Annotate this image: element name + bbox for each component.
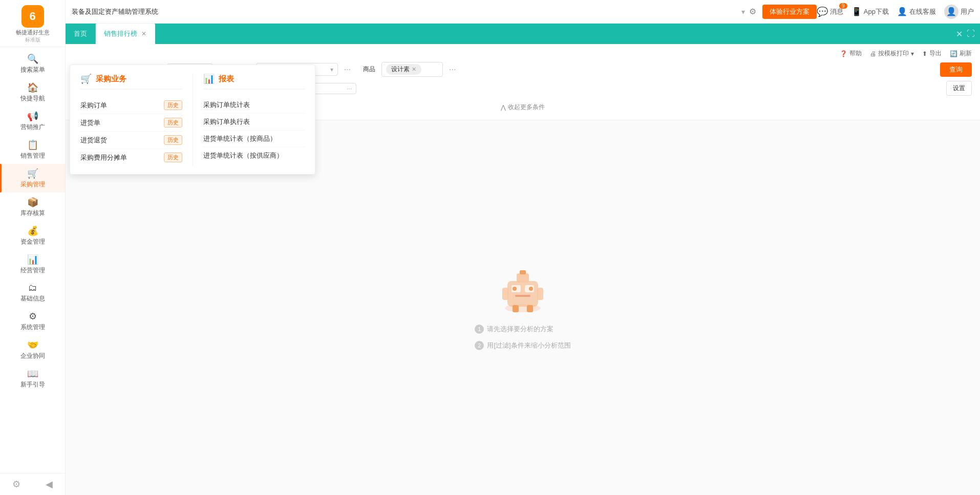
dropdown-item-label-purchase-expense: 采购费用分摊单 (80, 153, 127, 162)
dropdown-item-label-goods-receipt: 进货单 (80, 118, 100, 127)
sidebar-item-finance[interactable]: 💰 资金管理 (0, 221, 65, 250)
tab-home[interactable]: 首页 (66, 24, 96, 44)
dropdown-report-col: 📊 报表 采购订单统计表 采购订单执行表 进货单统计表（按商品） 进货单统计表（… (193, 73, 315, 166)
tab-maximize-btn[interactable]: ⛶ (967, 29, 975, 38)
dropdown-item-purchase-expense[interactable]: 采购费用分摊单 历史 (80, 149, 182, 166)
dropdown-item-label-receipt-goods: 进货单统计表（按商品） (203, 134, 276, 143)
system-icon: ⚙ (29, 311, 37, 322)
sidebar-label-finance: 资金管理 (20, 238, 45, 246)
purchase-header-icon: 🛒 (80, 73, 92, 84)
sidebar-label-search: 搜索菜单 (20, 66, 45, 74)
phone-icon: 📱 (851, 7, 862, 16)
message-group[interactable]: 💬 9 消息 (817, 6, 843, 17)
sidebar-collapse-btn[interactable]: ◀ (46, 479, 53, 490)
sidebar-item-system[interactable]: ⚙ 系统管理 (0, 307, 65, 335)
dropdown-item-receipt-supplier[interactable]: 进货单统计表（按供应商） (203, 147, 305, 164)
refresh-btn[interactable]: 🔄 刷新 (950, 49, 972, 58)
dropdown-item-goods-receipt[interactable]: 进货单 历史 (80, 114, 182, 132)
topbar-icons: 💬 9 消息 📱 App下载 👤 在线客服 👤 用户 (817, 5, 974, 19)
tab-close-icon[interactable]: ✕ (141, 30, 146, 37)
refresh-icon: 🔄 (950, 50, 957, 57)
dropdown-item-receipt-goods[interactable]: 进货单统计表（按商品） (203, 131, 305, 147)
app-download-group[interactable]: 📱 App下载 (851, 7, 889, 16)
tabbar: 首页 销售排行榜 ✕ ✕ ⛶ (66, 24, 980, 44)
user-label: 用户 (961, 7, 974, 16)
topbar: 装备及固定资产辅助管理系统 ▾ ⚙ 体验行业方案 💬 9 消息 📱 App下载 … (66, 0, 980, 24)
history-badge-3: 历史 (164, 153, 182, 162)
sidebar-bottom: ⚙ ◀ (0, 473, 65, 495)
sidebar-item-purchase[interactable]: 🛒 采购管理 (0, 164, 65, 192)
sidebar-item-inventory[interactable]: 📦 库存核算 (0, 192, 65, 221)
toolbar-row: ❓ 帮助 🖨 按模板打印 ▾ ⬆ 导出 🔄 刷新 (74, 49, 972, 58)
print-dropdown-icon[interactable]: ▾ (911, 50, 914, 57)
sidebar-item-operations[interactable]: 📊 经营管理 (0, 250, 65, 278)
sidebar-settings-btn[interactable]: ⚙ (12, 479, 20, 490)
sidebar-label-operations: 经营管理 (20, 266, 45, 275)
sidebar-label-marketing: 营销推广 (20, 123, 45, 132)
dropdown-item-purchase-exec[interactable]: 采购订单执行表 (203, 114, 305, 131)
report-col-title: 报表 (219, 74, 234, 84)
dropdown-overlay[interactable]: 🛒 采购业务 采购订单 历史 进货单 历史 进货退货 历史 (66, 64, 980, 495)
sidebar-item-guide[interactable]: 📖 新手引导 (0, 364, 65, 393)
sidebar-item-sales[interactable]: 📋 销售管理 (0, 135, 65, 164)
marketing-icon: 📢 (27, 111, 38, 122)
search-icon: 🔍 (27, 53, 38, 64)
sidebar-item-search[interactable]: 🔍 搜索菜单 (0, 49, 65, 78)
sidebar-label-enterprise: 企业协同 (20, 352, 45, 360)
message-icon: 💬 (817, 6, 828, 17)
sidebar-item-marketing[interactable]: 📢 营销推广 (0, 106, 65, 135)
app-logo-icon: 6 (22, 5, 44, 28)
online-service-label: 在线客服 (909, 7, 936, 16)
tab-close-window-btn[interactable]: ✕ (956, 29, 963, 39)
dropdown-item-label-purchase-order: 采购订单 (80, 101, 107, 110)
sidebar-item-nav[interactable]: 🏠 快捷导航 (0, 78, 65, 106)
dropdown-item-label-receipt-supplier: 进货单统计表（按供应商） (203, 151, 283, 160)
main-area: 装备及固定资产辅助管理系统 ▾ ⚙ 体验行业方案 💬 9 消息 📱 App下载 … (66, 0, 980, 495)
brand-name: 畅捷通好生意 (16, 29, 50, 36)
export-icon: ⬆ (922, 50, 927, 57)
help-btn[interactable]: ❓ 帮助 (840, 49, 862, 58)
dropdown-report-header: 📊 报表 (203, 73, 305, 90)
sidebar-label-purchase: 采购管理 (20, 180, 45, 189)
dropdown-purchase-col: 🛒 采购业务 采购订单 历史 进货单 历史 进货退货 历史 (70, 73, 193, 166)
inventory-icon: 📦 (27, 197, 38, 208)
dropdown-item-label-return-goods: 进货退货 (80, 136, 107, 145)
print-btn[interactable]: 🖨 按模板打印 ▾ (870, 49, 914, 58)
purchase-icon: 🛒 (27, 168, 38, 179)
industry-btn[interactable]: 体验行业方案 (762, 5, 817, 19)
sidebar-item-enterprise[interactable]: 🤝 企业协同 (0, 335, 65, 364)
avatar: 👤 (944, 5, 958, 19)
brand-edition: 标准版 (25, 36, 40, 44)
export-btn[interactable]: ⬆ 导出 (922, 49, 942, 58)
history-badge-0: 历史 (164, 100, 182, 110)
user-group[interactable]: 👤 用户 (944, 5, 974, 19)
home-icon: 🏠 (27, 82, 38, 93)
app-download-label: App下载 (864, 7, 889, 16)
sidebar-label-nav: 快捷导航 (20, 94, 45, 103)
message-badge: 9 (839, 3, 847, 9)
topbar-system-title: 装备及固定资产辅助管理系统 (72, 7, 739, 16)
enterprise-icon: 🤝 (27, 339, 38, 351)
dropdown-item-purchase-order[interactable]: 采购订单 历史 (80, 97, 182, 114)
dropdown-item-return-goods[interactable]: 进货退货 历史 (80, 132, 182, 149)
toolbar-actions: ❓ 帮助 🖨 按模板打印 ▾ ⬆ 导出 🔄 刷新 (840, 49, 972, 58)
history-badge-2: 历史 (164, 135, 182, 145)
dropdown-item-purchase-stat[interactable]: 采购订单统计表 (203, 97, 305, 114)
operations-icon: 📊 (27, 254, 38, 265)
content-area: ❓ 帮助 🖨 按模板打印 ▾ ⬆ 导出 🔄 刷新 (66, 44, 980, 495)
topbar-dropdown-arrow[interactable]: ▾ (741, 8, 745, 16)
tab-sales-rank[interactable]: 销售排行榜 ✕ (96, 24, 155, 44)
dropdown-item-label-purchase-exec: 采购订单执行表 (203, 117, 250, 126)
sidebar: 6 畅捷通好生意 标准版 🔍 搜索菜单 🏠 快捷导航 📢 营销推广 📋 销售管理… (0, 0, 66, 495)
sidebar-nav: 🔍 搜索菜单 🏠 快捷导航 📢 营销推广 📋 销售管理 🛒 采购管理 📦 库存核… (0, 47, 65, 473)
sidebar-label-system: 系统管理 (20, 323, 45, 332)
sales-icon: 📋 (27, 139, 38, 150)
topbar-settings-icon[interactable]: ⚙ (749, 7, 756, 16)
service-icon: 👤 (897, 7, 907, 16)
sidebar-item-basic[interactable]: 🗂 基础信息 (0, 278, 65, 307)
report-header-icon: 📊 (203, 73, 215, 84)
online-service-group[interactable]: 👤 在线客服 (897, 7, 936, 16)
guide-icon: 📖 (27, 368, 38, 379)
sidebar-label-inventory: 库存核算 (20, 209, 45, 218)
sidebar-label-guide: 新手引导 (20, 380, 45, 389)
